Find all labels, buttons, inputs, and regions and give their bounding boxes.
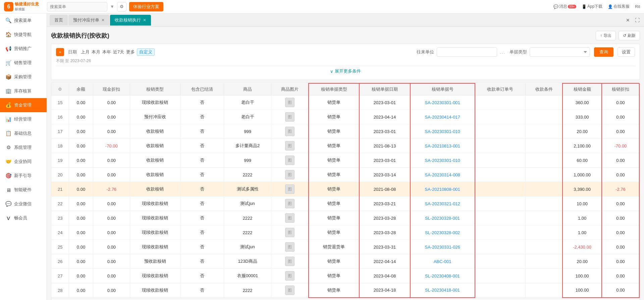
tab-close-button[interactable]: ✕ <box>624 16 632 24</box>
query-button[interactable]: 查询 <box>594 47 613 57</box>
tab-home[interactable]: 首页 <box>50 15 68 26</box>
table-row: 23 0.00 0.00 现续收款核销 否 2222 图 销货单 2023-03… <box>51 211 639 225</box>
cell-goods-image: 图 <box>271 95 309 110</box>
col-goods-header: 商品 <box>224 83 271 95</box>
sidebar-item-guide[interactable]: 🎯 新手引导 <box>0 169 47 183</box>
sidebar-item-quick-nav[interactable]: 🏠 快捷导航 <box>0 28 47 42</box>
online-service-button[interactable]: 👤 在线客服 <box>608 4 630 9</box>
cancel-order-link[interactable]: ABC-001 <box>434 259 451 264</box>
cell-cancel-discount: 0.00 <box>602 95 639 110</box>
cancel-order-link[interactable]: SA-20230331-026 <box>425 245 460 250</box>
cell-cancel-type: 现续收款核销 <box>130 240 180 254</box>
refresh-button[interactable]: ↺ 刷新 <box>619 31 640 40</box>
cancel-order-link[interactable]: SA-20230314-008 <box>425 172 460 177</box>
cell-cash-discount: 0.00 <box>93 211 130 225</box>
table-row: 18 0.00 -70.00 收款核销 否 多计量商品2 图 销货单 2021-… <box>51 139 639 153</box>
tab-payment[interactable]: 收款核销执行 ✕ <box>110 15 151 26</box>
sidebar-item-wechat[interactable]: 💬 企业微信 <box>0 197 47 211</box>
col-cancel-discount-header: 核销折扣 <box>602 83 639 95</box>
tab-payment-close[interactable]: ✕ <box>143 18 146 23</box>
cancel-order-link[interactable]: SL-20230408-001 <box>425 273 460 278</box>
cell-receipt-condition <box>525 283 562 298</box>
sidebar-item-corp[interactable]: 🤝 企业协同 <box>0 155 47 169</box>
settings-gear-button[interactable]: ⚙ <box>117 2 126 11</box>
cell-cancel-order-no: SA-20230314-008 <box>410 168 475 182</box>
cell-balance: 0.00 <box>69 168 93 182</box>
cell-goods: 999 <box>224 153 271 168</box>
cell-cancel-type: 现续收款核销 <box>130 95 180 110</box>
filter-settings-button[interactable]: 设置 <box>618 47 635 57</box>
cell-include-settled: 否 <box>180 139 224 153</box>
cell-cancel-type: 现续收款核销 <box>130 225 180 240</box>
table-row: 28 0.00 0.00 现续收款核销 否 2222 图 销货单 2023-04… <box>51 283 639 298</box>
col-include-settled-header: 包含已结清 <box>180 83 224 95</box>
sidebar-item-sales[interactable]: 🛒 销售管理 <box>0 56 47 70</box>
sidebar-label-purchase: 采购管理 <box>14 74 32 80</box>
cancel-order-link[interactable]: SA-20230301-001 <box>425 100 460 105</box>
app-logo: 6 畅捷通好生意 标准版 <box>4 1 44 12</box>
cell-goods-image: 图 <box>271 211 309 225</box>
cancel-order-link[interactable]: SA-20230414-017 <box>425 115 460 120</box>
cell-cash-discount: 0.00 <box>93 225 130 240</box>
content-area: 首页 预付冲应付单 ✕ 收款核销执行 ✕ ✕ ⛶ 收款核销执行(按收款) <box>47 13 644 300</box>
cancel-order-link[interactable]: SL-20230328-001 <box>425 216 460 221</box>
sidebar-item-hardware[interactable]: 🖥 智能硬件 <box>0 183 47 197</box>
cancel-order-link[interactable]: SA-20230301-010 <box>425 158 460 163</box>
cell-balance: 0.00 <box>69 95 93 110</box>
sidebar-item-system[interactable]: ⚙ 系统管理 <box>0 140 47 155</box>
company-dots[interactable]: ... <box>500 50 505 55</box>
cell-goods: 测试jun <box>224 240 271 254</box>
chevron-down-icon[interactable]: ▼ <box>110 4 114 9</box>
cell-cancel-type: 现续收款核销 <box>130 197 180 211</box>
order-type-select[interactable] <box>530 47 590 57</box>
user-info[interactable]: Rit <box>635 4 640 9</box>
date-more[interactable]: 更多 <box>126 49 135 55</box>
cancel-order-link[interactable]: SA-20210813-001 <box>425 143 460 148</box>
sidebar-item-finance[interactable]: 💰 资金管理 <box>0 98 47 112</box>
guide-icon: 🎯 <box>5 173 11 179</box>
expand-button[interactable]: » <box>56 48 64 56</box>
cell-receipt-condition <box>525 254 562 269</box>
cancel-order-link[interactable]: SA-20230321-012 <box>425 201 460 206</box>
date-this-year[interactable]: 本年 <box>102 49 111 55</box>
cell-cancel-amount: 2,100.00 <box>562 139 601 153</box>
sidebar-item-operation[interactable]: 📊 经营管理 <box>0 112 47 126</box>
sidebar-label-quick-nav: 快捷导航 <box>14 32 32 38</box>
tab-prepay-close[interactable]: ✕ <box>101 18 105 23</box>
cell-cancel-type: 收款核销 <box>130 168 180 182</box>
tab-maximize-button[interactable]: ⛶ <box>633 16 641 24</box>
sidebar-item-purchase[interactable]: 📦 采购管理 <box>0 70 47 84</box>
tab-prepay[interactable]: 预付冲应付单 ✕ <box>68 15 109 26</box>
date-custom[interactable]: 自定义 <box>137 48 155 56</box>
sidebar-item-basic-info[interactable]: 📋 基础信息 <box>0 126 47 140</box>
date-last-month[interactable]: 上月 <box>81 49 90 55</box>
cell-cancel-discount: 0.00 <box>602 269 639 283</box>
expand-conditions-button[interactable]: ∨ 展开更多条件 <box>56 66 635 74</box>
sidebar-item-member[interactable]: V 畅会员 <box>0 211 47 225</box>
cancel-order-link[interactable]: SL-20230418-001 <box>425 288 460 293</box>
company-input[interactable] <box>437 47 497 57</box>
cell-include-settled: 否 <box>180 124 224 139</box>
cell-cancel-date: 2023-03-28 <box>359 211 410 225</box>
cancel-order-link[interactable]: SA-20230301-010 <box>425 129 460 134</box>
cancel-order-link[interactable]: SL-20230328-002 <box>425 230 460 235</box>
export-button[interactable]: ↑ 导出 <box>596 31 616 40</box>
sidebar-item-search[interactable]: 🔍 搜索菜单 <box>0 13 47 28</box>
cell-balance: 0.00 <box>69 240 93 254</box>
sidebar-item-marketing[interactable]: 📢 营销推广 <box>0 42 47 56</box>
message-button[interactable]: 💬 消息 99+ <box>553 4 576 9</box>
cell-receipt-order-no <box>475 269 526 283</box>
app-download-button[interactable]: 📱 App下载 <box>582 4 602 9</box>
cell-cancel-order-no: SL-20230328-002 <box>410 225 475 240</box>
date-last-7-days[interactable]: 近7天 <box>113 49 124 55</box>
sidebar-item-inventory[interactable]: 🏢 库存核算 <box>0 84 47 98</box>
col-settings-header[interactable]: ⚙ <box>51 83 69 95</box>
cell-balance: 0.00 <box>69 153 93 168</box>
cell-receipt-order-no <box>475 254 526 269</box>
search-input[interactable] <box>47 2 107 11</box>
date-this-month[interactable]: 本月 <box>92 49 100 55</box>
industry-solution-button[interactable]: 休验行业方案 <box>129 2 163 11</box>
cell-receipt-order-no <box>475 168 526 182</box>
cancel-order-link[interactable]: SA-20210808-001 <box>425 187 460 192</box>
cell-balance: 0.00 <box>69 124 93 139</box>
